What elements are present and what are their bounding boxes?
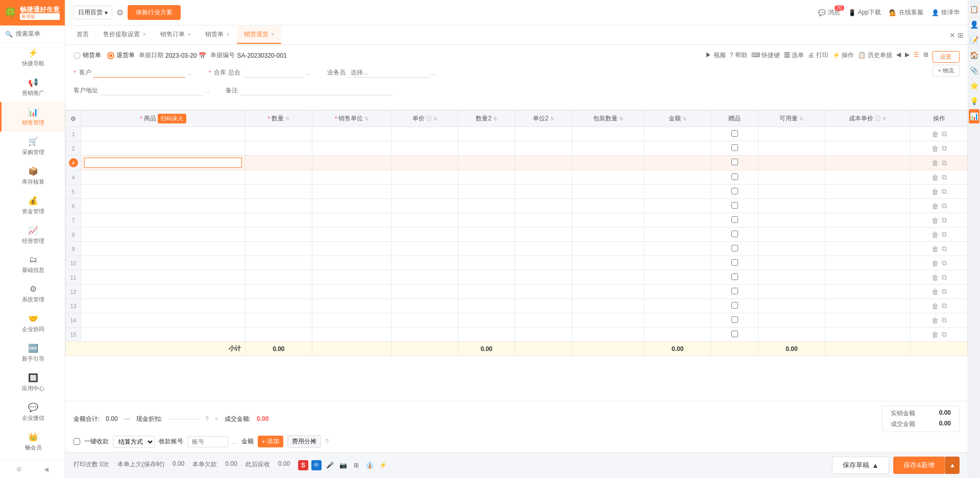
row-gift-11[interactable] bbox=[711, 270, 758, 285]
rp-icon-4[interactable]: 🏠 bbox=[969, 48, 979, 62]
delete-row-icon-1[interactable]: 🗑 bbox=[932, 130, 939, 138]
row-unit-price-2[interactable] bbox=[391, 141, 458, 156]
row-cost-unit-14[interactable] bbox=[825, 313, 911, 328]
row-available-6[interactable] bbox=[758, 199, 825, 213]
row-unit2-14[interactable] bbox=[515, 313, 572, 328]
row-unit-price-3[interactable] bbox=[391, 156, 458, 170]
sort-price-icon[interactable]: ⇅ bbox=[433, 116, 437, 121]
gift-checkbox-4[interactable] bbox=[731, 173, 738, 180]
copy-row-icon-2[interactable]: ⧉ bbox=[942, 144, 947, 153]
sidebar-item-shortcuts[interactable]: ⚡快捷导航 bbox=[0, 43, 65, 72]
row-sales-unit-1[interactable] bbox=[312, 127, 391, 141]
online-service-btn[interactable]: 💁 在线客服 bbox=[889, 8, 923, 17]
sort-unit2-icon[interactable]: ⇅ bbox=[550, 116, 554, 121]
gift-checkbox-14[interactable] bbox=[731, 316, 738, 323]
row-pkg-qty-9[interactable] bbox=[572, 242, 645, 256]
gift-checkbox-8[interactable] bbox=[731, 231, 738, 237]
row-gear-9[interactable]: 9 bbox=[66, 242, 81, 256]
industry-select[interactable]: 日用百货 ▾ bbox=[74, 6, 112, 19]
row-qty-14[interactable] bbox=[246, 313, 312, 328]
row-gift-15[interactable] bbox=[711, 328, 758, 342]
row-sales-unit-9[interactable] bbox=[312, 242, 391, 256]
row-pkg-qty-15[interactable] bbox=[572, 328, 645, 342]
app-download-btn[interactable]: 📱 App下载 bbox=[848, 8, 881, 17]
row-cost-unit-10[interactable] bbox=[825, 256, 911, 270]
row-product-10[interactable] bbox=[81, 256, 246, 270]
row-unit-price-14[interactable] bbox=[391, 313, 458, 328]
rp-icon-5[interactable]: 📎 bbox=[969, 63, 979, 78]
row-sales-unit-5[interactable] bbox=[312, 185, 391, 199]
row-cost-unit-3[interactable] bbox=[825, 156, 911, 170]
row-available-15[interactable] bbox=[758, 328, 825, 342]
split-btn[interactable]: 费用分摊 bbox=[287, 435, 321, 448]
row-sales-unit-15[interactable] bbox=[312, 328, 391, 342]
row-unit2-12[interactable] bbox=[515, 285, 572, 299]
row-unit2-4[interactable] bbox=[515, 170, 572, 185]
row-available-2[interactable] bbox=[758, 141, 825, 156]
row-pkg-qty-5[interactable] bbox=[572, 185, 645, 199]
rp-icon-6[interactable]: ⭐ bbox=[969, 79, 979, 93]
row-gear-7[interactable]: 7 bbox=[66, 213, 81, 228]
copy-row-icon-12[interactable]: ⧉ bbox=[942, 287, 947, 296]
notes-input[interactable] bbox=[240, 86, 393, 95]
row-unit-price-6[interactable] bbox=[391, 199, 458, 213]
row-available-10[interactable] bbox=[758, 256, 825, 270]
delete-row-icon-10[interactable]: 🗑 bbox=[932, 259, 939, 267]
gift-checkbox-7[interactable] bbox=[731, 216, 738, 223]
rp-icon-2[interactable]: 👤 bbox=[969, 17, 979, 32]
add-row-btn[interactable]: + bbox=[69, 158, 78, 167]
row-available-8[interactable] bbox=[758, 228, 825, 242]
delete-row-icon-14[interactable]: 🗑 bbox=[932, 316, 939, 324]
cta-button[interactable]: 体验行业方案 bbox=[128, 5, 181, 20]
tab-close-price-settings[interactable]: × bbox=[143, 32, 146, 37]
row-unit2-9[interactable] bbox=[515, 242, 572, 256]
row-cost-unit-11[interactable] bbox=[825, 270, 911, 285]
row-available-14[interactable] bbox=[758, 313, 825, 328]
row-gear-14[interactable]: 14 bbox=[66, 313, 81, 328]
copy-row-icon-10[interactable]: ⧉ bbox=[942, 259, 947, 267]
save-new-btn[interactable]: 保存&新增 bbox=[893, 457, 945, 474]
row-amount-12[interactable] bbox=[644, 285, 710, 299]
rp-icon-7[interactable]: 💡 bbox=[969, 94, 979, 108]
row-cost-unit-9[interactable] bbox=[825, 242, 911, 256]
product-input-${i}[interactable] bbox=[84, 158, 242, 168]
row-qty2-3[interactable] bbox=[458, 156, 515, 170]
row-gift-2[interactable] bbox=[711, 141, 758, 156]
row-unit-price-15[interactable] bbox=[391, 328, 458, 342]
delete-row-icon-15[interactable]: 🗑 bbox=[932, 331, 939, 339]
row-qty-10[interactable] bbox=[246, 256, 312, 270]
row-product-3[interactable] bbox=[81, 156, 246, 170]
gift-checkbox-5[interactable] bbox=[731, 188, 738, 194]
copy-row-icon-3[interactable]: ⧉ bbox=[942, 159, 947, 167]
delete-row-icon-9[interactable]: 🗑 bbox=[932, 245, 939, 253]
row-unit2-7[interactable] bbox=[515, 213, 572, 228]
gift-checkbox-1[interactable] bbox=[731, 130, 738, 137]
copy-row-icon-5[interactable]: ⧉ bbox=[942, 187, 947, 196]
row-unit-price-13[interactable] bbox=[391, 299, 458, 313]
toolbar-history[interactable]: 📋 历史单据 bbox=[858, 51, 892, 60]
row-cost-unit-13[interactable] bbox=[825, 299, 911, 313]
row-product-2[interactable] bbox=[81, 141, 246, 156]
row-product-5[interactable] bbox=[81, 185, 246, 199]
row-available-13[interactable] bbox=[758, 299, 825, 313]
copy-row-icon-11[interactable]: ⧉ bbox=[942, 273, 947, 282]
row-gift-5[interactable] bbox=[711, 185, 758, 199]
row-unit-price-4[interactable] bbox=[391, 170, 458, 185]
row-qty-9[interactable] bbox=[246, 242, 312, 256]
row-sales-unit-8[interactable] bbox=[312, 228, 391, 242]
sidebar-item-apps[interactable]: 🔲应用中心 bbox=[0, 368, 65, 397]
row-unit2-5[interactable] bbox=[515, 185, 572, 199]
row-amount-5[interactable] bbox=[644, 185, 710, 199]
close-tab-btn[interactable]: ✕ bbox=[949, 31, 955, 39]
delete-row-icon-6[interactable]: 🗑 bbox=[932, 202, 939, 210]
row-qty-3[interactable] bbox=[246, 156, 312, 170]
staff-more-icon[interactable]: ... bbox=[431, 69, 436, 77]
sort-avail-icon[interactable]: ⇅ bbox=[799, 116, 803, 121]
row-gift-10[interactable] bbox=[711, 256, 758, 270]
row-amount-1[interactable] bbox=[644, 127, 710, 141]
one-click-payment-check[interactable] bbox=[74, 438, 80, 445]
question-icon[interactable]: ? bbox=[205, 415, 209, 422]
delete-row-icon-8[interactable]: 🗑 bbox=[932, 231, 939, 239]
row-unit-price-7[interactable] bbox=[391, 213, 458, 228]
toolbar-video[interactable]: ▶ 视频 bbox=[705, 51, 725, 60]
